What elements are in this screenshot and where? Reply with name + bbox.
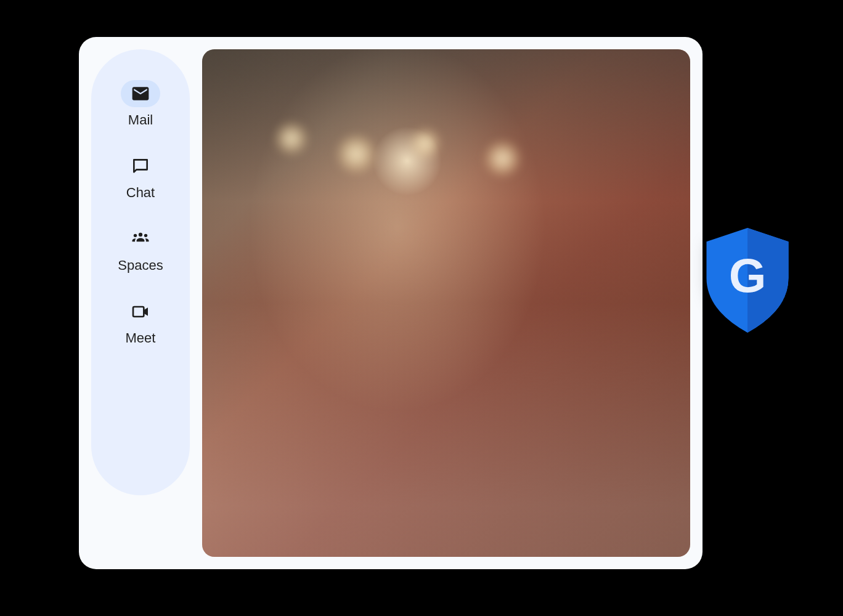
sidebar-label-chat: Chat [126,185,155,201]
sidebar-item-meet[interactable]: Meet [121,298,160,346]
google-g-letter: G [729,248,767,304]
sidebar-label-meet: Meet [126,330,156,346]
spaces-icon-wrapper [121,225,160,253]
sidebar-item-spaces[interactable]: Spaces [118,225,163,274]
sidebar-item-chat[interactable]: Chat [121,153,160,201]
svg-point-2 [144,234,147,237]
chat-icon-wrapper [121,153,160,180]
meet-icon [131,302,150,322]
svg-rect-3 [133,307,144,317]
svg-point-0 [139,233,142,237]
meet-icon-wrapper [121,298,160,325]
sidebar-label-spaces: Spaces [118,257,163,274]
sidebar-item-mail[interactable]: Mail [121,80,160,128]
spaces-icon [130,229,151,249]
mail-icon [131,84,150,103]
app-sidebar: Mail Chat Spaces [91,49,190,495]
mail-icon-wrapper [121,80,160,107]
security-shield-badge: G [701,228,794,333]
app-card: Mail Chat Spaces [79,37,702,569]
sidebar-label-mail: Mail [128,112,153,128]
hero-image [202,49,690,557]
svg-point-1 [134,234,137,237]
chat-icon [131,156,150,176]
hero-image-lights [251,99,621,222]
